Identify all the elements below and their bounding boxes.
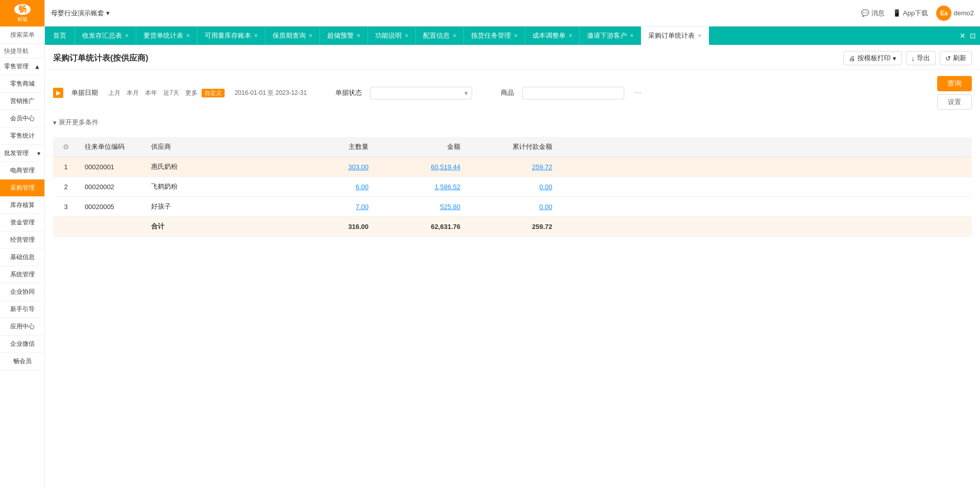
shortcut-this-year[interactable]: 本年 [143, 88, 159, 98]
expand-more-btn[interactable]: ▾ 展开更多条件 [53, 116, 972, 129]
download-icon: 📱 [893, 9, 901, 17]
sidebar-item-basic-info[interactable]: 基础信息 [0, 249, 44, 266]
sidebar-item-operations[interactable]: 经营管理 [0, 232, 44, 249]
status-select[interactable] [370, 87, 472, 99]
cell-extra [558, 197, 972, 217]
sidebar-item-enterprise-wechat[interactable]: 企业微信 [0, 336, 44, 353]
footer-total-label: 合计 [145, 217, 298, 237]
sidebar-search[interactable]: 搜索菜单 [0, 27, 44, 44]
sidebar-item-ecommerce[interactable]: 电商管理 [0, 162, 44, 179]
page-title: 采购订单统计表(按供应商) [53, 53, 149, 64]
nav-tabs: 首页 收发存汇总表 × 要货单统计表 × 可用量库存账本 × 保质期查询 × 超… [45, 27, 980, 45]
cell-paid[interactable]: 0.00 [467, 197, 558, 217]
cell-amount[interactable]: 1,586.52 [375, 177, 467, 197]
sidebar-item-member2[interactable]: 畅会员 [0, 353, 44, 370]
sidebar-item-wholesale[interactable]: 批发管理 ▾ [0, 145, 44, 162]
custom-date-tag[interactable]: 自定义 [202, 89, 225, 97]
tab-overstock[interactable]: 超储预警 × [320, 27, 368, 45]
print-icon: 🖨 [849, 55, 855, 62]
tab-available-stock[interactable]: 可用量库存账本 × [198, 27, 265, 45]
sidebar-quick-nav[interactable]: 快捷导航 [0, 44, 44, 58]
chevron-down-icon: ▾ [53, 119, 57, 126]
goods-input[interactable] [522, 87, 624, 99]
tab-expand-icon[interactable]: ⊡ [970, 32, 976, 40]
message-icon: 💬 [861, 9, 869, 17]
col-header-amount: 金额 [375, 137, 467, 157]
shortcut-more[interactable]: 更多 [183, 88, 200, 98]
sidebar-item-retail-stats[interactable]: 零售统计 [0, 127, 44, 145]
tab-cost-adjust[interactable]: 成本调整单 × [525, 27, 580, 45]
table-container: ⚙ 往来单位编码 供应商 主数量 金额 累计付款金额 1 [45, 137, 980, 245]
cell-paid[interactable]: 0.00 [467, 177, 558, 197]
sidebar-item-marketing[interactable]: 营销推广 [0, 93, 44, 110]
footer-label [79, 217, 145, 237]
tab-picking[interactable]: 拣货任务管理 × [464, 27, 525, 45]
sidebar-item-app-center[interactable]: 应用中心 [0, 318, 44, 336]
message-btn[interactable]: 💬 消息 [861, 9, 885, 18]
col-header-paid: 累计付款金额 [467, 137, 558, 157]
tab-config[interactable]: 配置信息 × [416, 27, 464, 45]
tab-close-icon[interactable]: × [405, 32, 408, 39]
column-settings-icon[interactable]: ⚙ [63, 143, 69, 151]
sidebar-item-enterprise[interactable]: 企业协同 [0, 284, 44, 301]
sidebar-item-purchase[interactable]: 采购管理 [0, 179, 44, 197]
app-download-btn[interactable]: 📱 App下载 [893, 9, 928, 18]
tab-home[interactable]: 首页 [45, 27, 75, 45]
data-table: ⚙ 往来单位编码 供应商 主数量 金额 累计付款金额 1 [53, 137, 972, 237]
sidebar-item-retail-shop[interactable]: 零售商城 [0, 75, 44, 93]
cell-amount[interactable]: 525.80 [375, 197, 467, 217]
cell-qty[interactable]: 303.00 [298, 157, 375, 177]
tab-close-icon[interactable]: × [569, 32, 572, 39]
tab-close-icon[interactable]: × [453, 32, 456, 39]
cell-paid[interactable]: 259.72 [467, 157, 558, 177]
sidebar-item-system[interactable]: 系统管理 [0, 266, 44, 284]
tab-collect-summary[interactable]: 收发存汇总表 × [75, 27, 136, 45]
shortcut-7days[interactable]: 近7天 [161, 88, 181, 98]
settings-btn[interactable]: 设置 [937, 94, 972, 110]
tab-function-desc[interactable]: 功能说明 × [368, 27, 416, 45]
tab-warranty[interactable]: 保质期查询 × [265, 27, 320, 45]
sidebar-item-new-guide[interactable]: 新手引导 [0, 301, 44, 318]
footer-empty [53, 217, 79, 237]
tab-close-icon[interactable]: × [630, 32, 633, 39]
cell-qty[interactable]: 6.00 [298, 177, 375, 197]
tab-invite[interactable]: 邀请下游客户 × [580, 27, 641, 45]
tab-close-icon[interactable]: × [309, 32, 312, 39]
status-select-wrapper [370, 87, 472, 99]
goods-ellipsis-btn[interactable]: ··· [634, 88, 641, 97]
sidebar-item-inventory[interactable]: 库存核算 [0, 197, 44, 214]
cell-qty[interactable]: 7.00 [298, 197, 375, 217]
tab-close-icon[interactable]: × [698, 32, 701, 39]
col-header-extra [558, 137, 972, 157]
tab-close-icon[interactable]: × [254, 32, 258, 39]
user-menu[interactable]: Ea demo2 [936, 6, 974, 21]
export-btn[interactable]: ↓ 导出 [906, 51, 936, 65]
cell-code: 00020002 [79, 177, 145, 197]
sidebar-item-label: 批发管理 [4, 149, 29, 158]
sidebar-item-finance[interactable]: 资金管理 [0, 214, 44, 232]
filter-toggle-icon[interactable]: ▶ [53, 88, 63, 98]
tab-requisition-summary[interactable]: 要货单统计表 × [136, 27, 198, 45]
tab-close-icon[interactable]: × [125, 32, 129, 39]
tab-purchase-summary[interactable]: 采购订单统计表 × [641, 27, 709, 45]
tab-close-icon[interactable]: × [514, 32, 518, 39]
tab-close-icon[interactable]: × [357, 32, 360, 39]
shortcut-last-month[interactable]: 上月 [106, 88, 122, 98]
account-dropdown[interactable]: 母婴行业演示账套 ▾ [51, 9, 110, 18]
cell-supplier: 好孩子 [145, 197, 298, 217]
cell-no: 1 [53, 157, 79, 177]
template-print-btn[interactable]: 🖨 按模板打印 ▾ [843, 51, 902, 65]
message-label: 消息 [871, 9, 885, 18]
sidebar-item-member[interactable]: 会员中心 [0, 110, 44, 127]
query-btn[interactable]: 查询 [937, 76, 972, 91]
refresh-icon: ↺ [945, 55, 951, 62]
refresh-btn[interactable]: ↺ 刷新 [940, 51, 972, 65]
sidebar-item-retail[interactable]: 零售管理 ▲ [0, 58, 44, 75]
tab-close-icon[interactable]: × [186, 32, 190, 39]
date-shortcuts: 上月 本月 本年 近7天 更多 自定义 [106, 88, 225, 98]
tab-close-all-icon[interactable]: ✕ [960, 32, 966, 40]
cell-no: 2 [53, 177, 79, 197]
cell-amount[interactable]: 60,519.44 [375, 157, 467, 177]
sidebar-logo: 畅 标版 [0, 0, 44, 27]
shortcut-this-month[interactable]: 本月 [125, 88, 141, 98]
